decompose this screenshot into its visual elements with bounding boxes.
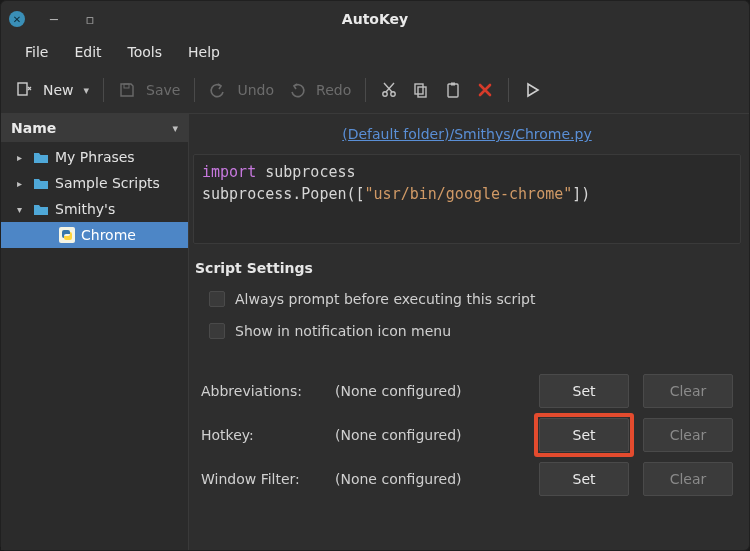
redo-button[interactable]: Redo [288, 81, 351, 99]
tree: ▸ My Phrases ▸ Sample Scripts ▾ [1, 142, 188, 250]
hotkey-set-button[interactable]: Set [539, 418, 629, 452]
folder-icon [33, 202, 49, 216]
menu-tools[interactable]: Tools [118, 40, 173, 64]
disclosure-icon: ▸ [17, 178, 27, 189]
cut-icon [380, 81, 398, 99]
paste-button[interactable] [444, 81, 462, 99]
play-icon [523, 81, 541, 99]
folder-icon [33, 176, 49, 190]
new-button[interactable]: New ▾ [15, 81, 89, 99]
menubar: File Edit Tools Help [1, 37, 749, 67]
redo-icon [288, 81, 306, 99]
tree-label: Sample Scripts [55, 175, 160, 191]
python-file-icon [59, 227, 75, 243]
svg-rect-5 [418, 87, 426, 97]
save-icon [118, 81, 136, 99]
checkbox-label: Always prompt before executing this scri… [235, 291, 535, 307]
svg-rect-7 [451, 83, 455, 86]
new-doc-icon [15, 81, 33, 99]
winfilter-value: (None configured) [335, 471, 525, 487]
winfilter-label: Window Filter: [201, 471, 321, 487]
svg-rect-6 [448, 84, 458, 97]
winfilter-set-button[interactable]: Set [539, 462, 629, 496]
show-in-tray-checkbox[interactable]: Show in notification icon menu [193, 318, 741, 344]
code-text: subprocess [256, 163, 355, 181]
svg-point-3 [391, 92, 395, 96]
copy-button[interactable] [412, 81, 430, 99]
new-label: New [43, 82, 74, 98]
run-button[interactable] [523, 81, 541, 99]
window-title: AutoKey [1, 11, 749, 27]
disclosure-icon: ▸ [17, 152, 27, 163]
toolbar: New ▾ Save Undo Redo [1, 67, 749, 113]
tree-item-my-phrases[interactable]: ▸ My Phrases [1, 144, 188, 170]
chevron-down-icon: ▾ [172, 122, 178, 135]
tree-label: My Phrases [55, 149, 135, 165]
window-controls: ✕ ─ ▫ [9, 11, 97, 27]
tree-label: Smithy's [55, 201, 115, 217]
save-button[interactable]: Save [118, 81, 180, 99]
save-label: Save [146, 82, 180, 98]
tree-item-smithys[interactable]: ▾ Smithy's [1, 196, 188, 222]
sidebar-header-label: Name [11, 120, 56, 136]
settings-title: Script Settings [193, 250, 741, 280]
checkbox-icon [209, 291, 225, 307]
hotkey-label: Hotkey: [201, 427, 321, 443]
abbrev-value: (None configured) [335, 383, 525, 399]
menu-edit[interactable]: Edit [64, 40, 111, 64]
always-prompt-checkbox[interactable]: Always prompt before executing this scri… [193, 286, 741, 312]
paste-icon [444, 81, 462, 99]
svg-rect-0 [18, 83, 27, 95]
redo-label: Redo [316, 82, 351, 98]
settings-grid: Abbreviations: (None configured) Set Cle… [193, 350, 741, 496]
svg-rect-4 [415, 84, 423, 94]
breadcrumb: (Default folder)/Smithys/Chrome.py [193, 122, 741, 148]
undo-label: Undo [237, 82, 274, 98]
close-icon[interactable]: ✕ [9, 11, 25, 27]
tree-item-chrome[interactable]: Chrome [1, 222, 188, 248]
minimize-icon[interactable]: ─ [47, 12, 61, 26]
code-editor[interactable]: import subprocess subprocess.Popen(["usr… [193, 154, 741, 244]
separator [508, 78, 509, 102]
breadcrumb-link[interactable]: (Default folder)/Smithys/Chrome.py [342, 126, 592, 142]
svg-point-2 [383, 92, 387, 96]
copy-icon [412, 81, 430, 99]
tree-item-sample-scripts[interactable]: ▸ Sample Scripts [1, 170, 188, 196]
delete-icon [476, 81, 494, 99]
delete-button[interactable] [476, 81, 494, 99]
folder-icon [33, 150, 49, 164]
tree-label: Chrome [81, 227, 136, 243]
separator [103, 78, 104, 102]
code-kw: import [202, 163, 256, 181]
code-text: .Popen([ [292, 185, 364, 203]
main-split: Name ▾ ▸ My Phrases ▸ Sample Scripts [1, 113, 749, 550]
code-str: "usr/bin/google-chrome" [365, 185, 573, 203]
app-window: ✕ ─ ▫ AutoKey File Edit Tools Help New ▾… [0, 0, 750, 551]
disclosure-icon: ▾ [17, 204, 27, 215]
sidebar-header[interactable]: Name ▾ [1, 114, 188, 142]
chevron-down-icon: ▾ [84, 84, 90, 97]
abbrev-set-button[interactable]: Set [539, 374, 629, 408]
code-text: subprocess [202, 185, 292, 203]
content-pane: (Default folder)/Smithys/Chrome.py impor… [189, 114, 749, 550]
abbrev-clear-button[interactable]: Clear [643, 374, 733, 408]
titlebar: ✕ ─ ▫ AutoKey [1, 1, 749, 37]
separator [365, 78, 366, 102]
cut-button[interactable] [380, 81, 398, 99]
hotkey-clear-button[interactable]: Clear [643, 418, 733, 452]
maximize-icon[interactable]: ▫ [83, 12, 97, 26]
winfilter-clear-button[interactable]: Clear [643, 462, 733, 496]
undo-button[interactable]: Undo [209, 81, 274, 99]
undo-icon [209, 81, 227, 99]
separator [194, 78, 195, 102]
sidebar: Name ▾ ▸ My Phrases ▸ Sample Scripts [1, 114, 189, 550]
menu-file[interactable]: File [15, 40, 58, 64]
abbrev-label: Abbreviations: [201, 383, 321, 399]
checkbox-label: Show in notification icon menu [235, 323, 451, 339]
checkbox-icon [209, 323, 225, 339]
menu-help[interactable]: Help [178, 40, 230, 64]
code-text: ]) [572, 185, 590, 203]
hotkey-value: (None configured) [335, 427, 525, 443]
